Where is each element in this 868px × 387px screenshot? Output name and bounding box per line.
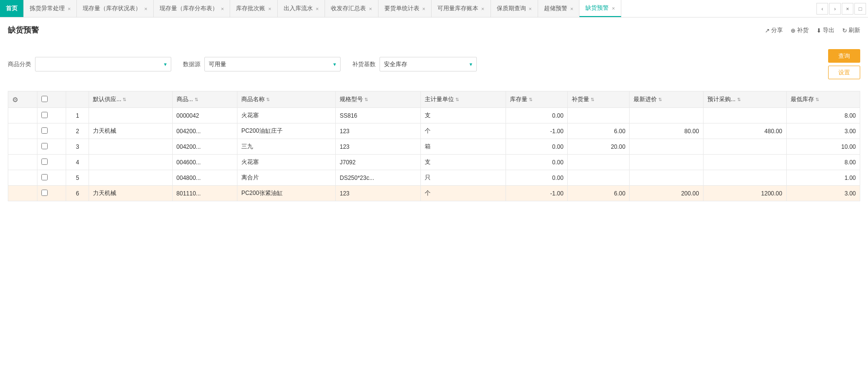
row-latest-price [630, 108, 703, 123]
row-checkbox-cell[interactable] [37, 155, 66, 170]
row-sku: 004200... [172, 123, 237, 139]
forecast-purchase-sort[interactable]: 预计采购... ⇅ [707, 95, 741, 104]
row-checkbox[interactable] [41, 112, 48, 118]
tab-overstock[interactable]: 超储预警 × [538, 0, 579, 17]
row-checkbox-cell[interactable] [37, 123, 66, 139]
table-row: 6 力天机械 801110... PC200张紧油缸 123 个 -1.00 6… [8, 186, 860, 201]
row-checkbox[interactable] [41, 127, 48, 134]
column-header-name[interactable]: 商品名称 ⇅ [237, 91, 335, 108]
share-button[interactable]: ↗ 分享 [765, 26, 783, 35]
tab-inventory-dist-close[interactable]: × [221, 6, 224, 12]
tab-exception-close[interactable]: × [68, 6, 71, 12]
column-header-unit[interactable]: 主计量单位 ⇅ [420, 91, 506, 108]
name-sort[interactable]: 商品名称 ⇅ [241, 95, 270, 104]
column-header-gear[interactable]: ⚙ [8, 91, 37, 108]
row-checkbox-cell[interactable] [37, 139, 66, 155]
table-gear-icon[interactable]: ⚙ [12, 96, 18, 104]
tab-expiry-query-close[interactable]: × [529, 6, 532, 12]
tab-scroll-left[interactable]: ‹ [816, 3, 828, 15]
row-checkbox-cell[interactable] [37, 108, 66, 123]
tab-receive-summary-close[interactable]: × [369, 6, 372, 12]
category-select[interactable]: ▾ [35, 57, 171, 71]
column-header-sku[interactable]: 商品... ⇅ [172, 91, 237, 108]
column-header-min-stock[interactable]: 最低库存 ⇅ [786, 91, 860, 108]
filter-area: 商品分类 ▾ 数据源 可用量 ▾ 补货基数 安全库存 ▾ 查询 设置 [8, 43, 860, 85]
row-replenish [568, 170, 630, 186]
column-header-latest-price[interactable]: 最新进价 ⇅ [630, 91, 703, 108]
column-header-forecast-purchase[interactable]: 预计采购... ⇅ [703, 91, 786, 108]
row-gear-cell [8, 170, 37, 186]
replenish-basis-select[interactable]: 安全库存 ▾ [380, 57, 477, 71]
row-forecast-purchase [703, 155, 786, 170]
row-min-stock: 8.00 [786, 108, 860, 123]
latest-price-sort[interactable]: 最新进价 ⇅ [633, 95, 662, 104]
settings-button[interactable]: 设置 [828, 66, 860, 79]
min-stock-sort-icon: ⇅ [815, 97, 819, 102]
column-header-replenish[interactable]: 补货量 ⇅ [568, 91, 630, 108]
tab-scroll-right[interactable]: › [829, 3, 841, 15]
tab-shortage-close[interactable]: × [612, 5, 615, 11]
spec-sort-icon: ⇅ [364, 97, 368, 102]
export-button[interactable]: ⬇ 导出 [816, 26, 834, 35]
column-header-stock[interactable]: 库存量 ⇅ [506, 91, 567, 108]
row-checkbox-cell[interactable] [37, 170, 66, 186]
tab-maximize[interactable]: □ [854, 3, 866, 15]
datasource-select[interactable]: 可用量 ▾ [204, 57, 341, 71]
tab-home[interactable]: 首页 [0, 0, 24, 17]
replenish-sort[interactable]: 补货量 ⇅ [572, 95, 595, 104]
row-checkbox[interactable] [41, 143, 48, 149]
column-header-spec[interactable]: 规格型号 ⇅ [336, 91, 421, 108]
row-sku: 004200... [172, 139, 237, 155]
table-row: 3 004200... 三九 123 箱 0.00 20.00 10.00 [8, 139, 860, 155]
replenish-button[interactable]: ⊕ 补货 [791, 26, 809, 35]
tab-demand-stat-close[interactable]: × [422, 6, 425, 12]
row-min-stock: 3.00 [786, 123, 860, 139]
tab-shortage[interactable]: 缺货预警 × [579, 0, 621, 17]
refresh-button[interactable]: ↻ 刷新 [842, 26, 860, 35]
tab-available-ledger[interactable]: 可用量库存账本 × [432, 0, 490, 17]
tab-inventory-status[interactable]: 现存量（库存状况表） × [77, 0, 153, 17]
row-forecast-purchase [703, 139, 786, 155]
latest-price-sort-icon: ⇅ [658, 97, 662, 102]
column-header-supplier[interactable]: 默认供应... ⇅ [89, 91, 172, 108]
row-checkbox[interactable] [41, 190, 48, 196]
header-actions: ↗ 分享 ⊕ 补货 ⬇ 导出 ↻ 刷新 [765, 26, 860, 35]
unit-sort[interactable]: 主计量单位 ⇅ [425, 95, 459, 104]
supplier-sort[interactable]: 默认供应... ⇅ [93, 95, 127, 104]
row-gear-cell [8, 123, 37, 139]
tab-close-window[interactable]: × [842, 3, 853, 15]
row-checkbox-cell[interactable] [37, 186, 66, 201]
row-min-stock: 3.00 [786, 186, 860, 201]
row-gear-cell [8, 186, 37, 201]
tab-bar: 首页 拣货异常处理 × 现存量（库存状况表） × 现存量（库存分布表） × 库存… [0, 0, 868, 18]
row-index: 5 [66, 170, 89, 186]
tab-available-ledger-close[interactable]: × [481, 6, 484, 12]
tab-inout-flow[interactable]: 出入库流水 × [278, 0, 325, 17]
tab-inventory-status-close[interactable]: × [144, 6, 147, 12]
stock-sort[interactable]: 库存量 ⇅ [510, 95, 533, 104]
tab-overstock-close[interactable]: × [570, 6, 573, 12]
row-stock: -1.00 [506, 186, 567, 201]
select-all-checkbox[interactable] [41, 96, 48, 102]
column-header-checkbox[interactable] [37, 91, 66, 108]
sku-sort[interactable]: 商品... ⇅ [177, 95, 199, 104]
tab-receive-summary-label: 收发存汇总表 [331, 4, 366, 13]
min-stock-sort[interactable]: 最低库存 ⇅ [791, 95, 819, 104]
tab-exception[interactable]: 拣货异常处理 × [24, 0, 77, 17]
tab-expiry-query[interactable]: 保质期查询 × [491, 0, 538, 17]
row-checkbox[interactable] [41, 158, 48, 165]
row-unit: 个 [420, 123, 506, 139]
tab-demand-stat[interactable]: 要货单统计表 × [379, 0, 432, 17]
tab-inventory-dist[interactable]: 现存量（库存分布表） × [154, 0, 230, 17]
tab-batch-account[interactable]: 库存批次账 × [230, 0, 277, 17]
query-button[interactable]: 查询 [828, 49, 860, 63]
row-checkbox[interactable] [41, 174, 48, 180]
tab-batch-account-close[interactable]: × [268, 6, 271, 12]
row-latest-price: 200.00 [630, 186, 703, 201]
tab-inout-flow-close[interactable]: × [316, 6, 319, 12]
row-sku: 801110... [172, 186, 237, 201]
spec-sort[interactable]: 规格型号 ⇅ [340, 95, 368, 104]
tab-available-ledger-label: 可用量库存账本 [437, 4, 478, 13]
tab-receive-summary[interactable]: 收发存汇总表 × [325, 0, 378, 17]
row-name: 火花塞 [237, 108, 335, 123]
